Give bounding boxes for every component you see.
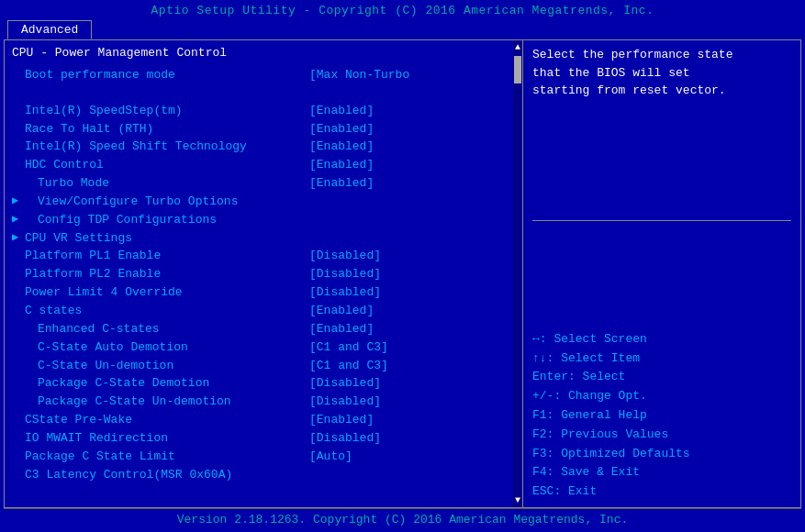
help-line1: Select the performance state bbox=[532, 46, 791, 64]
item-label: Intel(R) SpeedStep(tm) bbox=[25, 103, 309, 120]
scrollbar-thumb[interactable] bbox=[514, 56, 521, 83]
item-value-wrap: [Disabled] bbox=[309, 430, 381, 448]
help-divider bbox=[532, 220, 791, 221]
menu-item[interactable]: Power Limit 4 Override[Disabled] bbox=[12, 284, 515, 302]
item-value-wrap: [C1 and C3] bbox=[309, 358, 388, 375]
item-value: [Enabled] bbox=[309, 158, 374, 172]
item-value: [Enabled] bbox=[309, 104, 374, 117]
item-value: [Enabled] bbox=[309, 176, 374, 190]
item-value: [Disabled] bbox=[309, 431, 381, 445]
menu-item[interactable]: Package C-State Demotion[Disabled] bbox=[12, 375, 515, 393]
item-label: Platform PL1 Enable bbox=[25, 248, 309, 265]
item-value-wrap: [Max Non-TurboPerformance] bbox=[309, 67, 523, 102]
item-value-wrap: [Auto] bbox=[309, 449, 352, 466]
main-content: CPU - Power Management Control Boot perf… bbox=[4, 39, 801, 508]
left-panel: CPU - Power Management Control Boot perf… bbox=[5, 40, 523, 507]
item-value-wrap: [Enabled] bbox=[309, 157, 374, 174]
item-label: Platform PL2 Enable bbox=[25, 266, 309, 283]
item-label: CState Pre-Wake bbox=[25, 412, 309, 429]
menu-item[interactable]: Package C State Limit[Auto] bbox=[12, 449, 515, 466]
help-text: Select the performance state that the BI… bbox=[532, 46, 791, 100]
item-value-wrap: [Disabled] bbox=[309, 375, 381, 393]
menu-item[interactable]: ▶Config TDP Configurations bbox=[12, 212, 515, 229]
menu-item[interactable]: Platform PL2 Enable[Disabled] bbox=[12, 266, 515, 283]
item-value-wrap: [Enabled] bbox=[309, 103, 374, 120]
menu-item[interactable]: Boot performance mode[Max Non-TurboPerfo… bbox=[12, 67, 515, 102]
menu-items-container: Boot performance mode[Max Non-TurboPerfo… bbox=[12, 67, 515, 483]
bios-screen: Aptio Setup Utility - Copyright (C) 2016… bbox=[0, 0, 805, 532]
key-hint-item: F1: General Help bbox=[532, 406, 791, 426]
menu-item[interactable]: C states[Enabled] bbox=[12, 303, 515, 320]
menu-item[interactable]: Package C-State Un-demotion[Disabled] bbox=[12, 393, 515, 411]
item-value-wrap: [Enabled] bbox=[309, 139, 374, 156]
item-value: [Max Non-Turbo bbox=[309, 68, 409, 82]
key-hint-item: ESC: Exit bbox=[532, 482, 791, 502]
item-value-wrap: [Enabled] bbox=[309, 303, 374, 320]
menu-item[interactable]: Turbo Mode[Enabled] bbox=[12, 175, 515, 193]
menu-item[interactable]: C-State Auto Demotion[C1 and C3] bbox=[12, 339, 515, 357]
item-value: [Disabled] bbox=[309, 249, 381, 262]
item-label: Power Limit 4 Override bbox=[25, 284, 309, 302]
item-value: [Enabled] bbox=[309, 122, 374, 136]
item-value: [Disabled] bbox=[309, 285, 381, 299]
item-value: [C1 and C3] bbox=[309, 340, 388, 354]
item-label: Config TDP Configurations bbox=[25, 212, 309, 229]
item-label: Race To Halt (RTH) bbox=[25, 121, 309, 139]
arrow-icon: ▶ bbox=[12, 194, 25, 209]
item-value: [Auto] bbox=[309, 449, 352, 463]
item-value2: Performance] bbox=[309, 84, 523, 102]
menu-item[interactable]: ▶View/Configure Turbo Options bbox=[12, 194, 515, 211]
item-label: Package C-State Demotion bbox=[25, 375, 309, 393]
item-value-wrap: [Enabled] bbox=[309, 121, 374, 139]
item-value-wrap: [Disabled] bbox=[309, 248, 381, 265]
arrow-icon: ▶ bbox=[12, 230, 25, 246]
tab-advanced[interactable]: Advanced bbox=[7, 20, 92, 39]
title-bar: Aptio Setup Utility - Copyright (C) 2016… bbox=[0, 0, 805, 19]
item-value: [Disabled] bbox=[309, 376, 381, 390]
item-label: C-State Un-demotion bbox=[25, 358, 309, 375]
item-value-wrap: [Disabled] bbox=[309, 393, 381, 411]
arrow-icon: ▶ bbox=[12, 212, 25, 227]
help-line2: that the BIOS will set bbox=[532, 64, 791, 83]
key-hint-item: F2: Previous Values bbox=[532, 426, 791, 445]
menu-item[interactable]: Intel(R) Speed Shift Technology[Enabled] bbox=[12, 139, 515, 156]
menu-item[interactable]: Intel(R) SpeedStep(tm)[Enabled] bbox=[12, 103, 515, 120]
item-value: [Enabled] bbox=[309, 322, 374, 336]
item-label: HDC Control bbox=[25, 157, 309, 174]
item-value: [Enabled] bbox=[309, 304, 374, 317]
scrollbar-down-arrow[interactable]: ▼ bbox=[515, 495, 520, 505]
key-hints: ↔: Select Screen↑↓: Select ItemEnter: Se… bbox=[532, 330, 791, 502]
item-label: Package C-State Un-demotion bbox=[25, 393, 309, 411]
tab-row: Advanced bbox=[0, 19, 805, 39]
item-value-wrap: [Disabled] bbox=[309, 284, 381, 302]
section-title: CPU - Power Management Control bbox=[12, 46, 515, 60]
menu-item[interactable]: IO MWAIT Redirection[Disabled] bbox=[12, 430, 515, 448]
menu-item[interactable]: CState Pre-Wake[Enabled] bbox=[12, 412, 515, 429]
key-hint-item: +/-: Change Opt. bbox=[532, 387, 791, 406]
key-hint-item: Enter: Select bbox=[532, 368, 791, 387]
item-value-wrap: [Enabled] bbox=[309, 412, 374, 429]
key-hint-item: ↑↓: Select Item bbox=[532, 349, 791, 369]
item-value: [Disabled] bbox=[309, 394, 381, 408]
item-value-wrap: [Enabled] bbox=[309, 175, 374, 193]
item-label: Boot performance mode bbox=[25, 67, 309, 84]
menu-item[interactable]: ▶CPU VR Settings bbox=[12, 230, 515, 248]
item-label: CPU VR Settings bbox=[25, 230, 309, 248]
menu-item[interactable]: C3 Latency Control(MSR 0x60A) bbox=[12, 467, 515, 484]
menu-item[interactable]: HDC Control[Enabled] bbox=[12, 157, 515, 174]
help-line3: starting from reset vector. bbox=[532, 82, 791, 100]
scrollbar[interactable]: ▲ ▼ bbox=[513, 40, 522, 507]
item-label: IO MWAIT Redirection bbox=[25, 430, 309, 448]
version-bar: Version 2.18.1263. Copyright (C) 2016 Am… bbox=[4, 508, 801, 530]
item-value: [Enabled] bbox=[309, 139, 374, 153]
title-text: Aptio Setup Utility - Copyright (C) 2016… bbox=[151, 4, 654, 17]
key-hint-item: ↔: Select Screen bbox=[532, 330, 791, 349]
item-value-wrap: [C1 and C3] bbox=[309, 339, 388, 357]
menu-item[interactable]: C-State Un-demotion[C1 and C3] bbox=[12, 358, 515, 375]
scrollbar-up-arrow[interactable]: ▲ bbox=[515, 42, 520, 52]
menu-item[interactable]: Enhanced C-states[Enabled] bbox=[12, 321, 515, 338]
menu-item[interactable]: Race To Halt (RTH)[Enabled] bbox=[12, 121, 515, 139]
menu-item[interactable]: Platform PL1 Enable[Disabled] bbox=[12, 248, 515, 265]
item-label: C-State Auto Demotion bbox=[25, 339, 309, 357]
item-label: C3 Latency Control(MSR 0x60A) bbox=[25, 467, 309, 484]
